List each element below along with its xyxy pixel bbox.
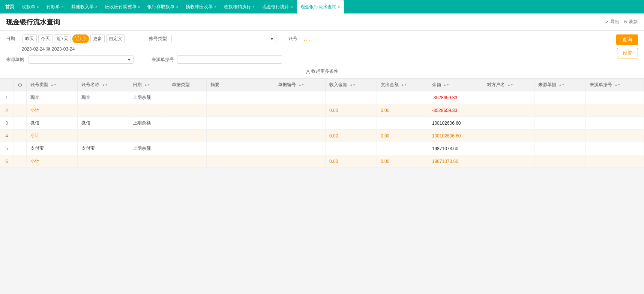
cell-source-doc (534, 104, 586, 117)
th-account-type[interactable]: 账号类型 ▲▼ (26, 79, 78, 91)
th-balance[interactable]: 余额 ▲▼ (428, 79, 483, 91)
cell-idx: 5 (0, 142, 14, 155)
cell-gear (14, 142, 26, 155)
nav-tab-other-income[interactable]: 其他收入单× (68, 0, 101, 13)
table-row: 3微信微信上期余额100102606.60 (0, 117, 644, 130)
sort-account-type-icon: ▲▼ (51, 84, 57, 87)
cell-expense (377, 117, 428, 130)
nav-tab-payment[interactable]: 付款单× (43, 0, 68, 13)
sort-counterpart-icon: ▲▼ (507, 84, 513, 87)
cell-doc-type (168, 91, 207, 104)
column-settings-icon[interactable]: ⚙ (18, 82, 23, 88)
th-doc-no[interactable]: 单据编号 ▲▼ (274, 79, 326, 91)
cell-doc-type (168, 117, 207, 130)
date-btn-1month[interactable]: 近1月 (72, 34, 89, 43)
cell-idx: 1 (0, 91, 14, 104)
date-btn-more[interactable]: 更多 (90, 34, 105, 43)
nav-tab-ar-ap-adjust[interactable]: 应收应付调整单× (101, 0, 144, 13)
th-gear[interactable]: ⚙ (14, 79, 26, 91)
cell-balance: 100102606.60 (428, 130, 483, 142)
cell-summary (207, 130, 274, 142)
cell-source-doc (534, 130, 586, 142)
cell-account-name (78, 130, 129, 142)
export-button[interactable]: ↗ 导出 (605, 19, 619, 25)
cell-doc-no (274, 91, 326, 104)
nav-tab-write-off[interactable]: 收款核销执行× (220, 0, 258, 13)
nav-tab-cash-flow[interactable]: 现金银行流水查询× (297, 0, 344, 13)
cell-doc-no (274, 142, 326, 155)
nav-tab-cash-stat[interactable]: 现金银行统计× (258, 0, 297, 13)
th-account-name[interactable]: 账号名称 ▲▼ (78, 79, 129, 91)
date-shortcuts: 昨天 今天 近7天 近1月 更多 自定义 (23, 34, 125, 43)
th-source-doc-no[interactable]: 来源单据号 ▲▼ (586, 79, 644, 91)
cell-source-doc-no (586, 155, 644, 168)
close-tab-payment-icon[interactable]: × (62, 5, 64, 9)
close-tab-receipt-icon[interactable]: × (37, 5, 39, 9)
table-row: 2小计0.000.00-3528659.33 (0, 104, 644, 117)
page-title: 现金银行流水查询 (6, 18, 60, 27)
close-tab-prepay-icon[interactable]: × (214, 5, 216, 9)
cell-expense: 0.00 (377, 130, 428, 142)
close-tab-ar-ap-adjust-icon[interactable]: × (138, 5, 140, 9)
nav-tab-home[interactable]: 首页 (2, 0, 18, 13)
th-expense[interactable]: 支出金额 ▲▼ (377, 79, 428, 91)
date-range-display: 2023-02-24 至 2023-03-24 (22, 46, 75, 52)
close-tab-write-off-icon[interactable]: × (252, 5, 255, 9)
sort-income-icon: ▲▼ (350, 84, 356, 87)
cell-doc-no (274, 155, 326, 168)
nav-tab-prepay[interactable]: 预收冲应收单× (182, 0, 220, 13)
cell-idx: 2 (0, 104, 14, 117)
cell-income: 0.00 (326, 104, 377, 117)
th-income[interactable]: 收入金额 ▲▼ (326, 79, 377, 91)
cell-doc-type (168, 130, 207, 142)
account-type-select[interactable]: ▾ (171, 35, 276, 43)
source-doc-select[interactable]: ▾ (29, 55, 134, 64)
cell-income: 0.00 (326, 155, 377, 168)
cell-summary (207, 155, 274, 168)
nav-tab-bank-deposit[interactable]: 银行存取款单× (144, 0, 182, 13)
date-btn-today[interactable]: 今天 (38, 34, 53, 43)
cell-balance: 19871073.60 (428, 142, 483, 155)
sort-balance-icon: ▲▼ (443, 84, 449, 87)
top-nav: 首页收款单×付款单×其他收入单×应收应付调整单×银行存取款单×预收冲应收单×收款… (0, 0, 644, 13)
settings-button[interactable]: 设置 (617, 48, 638, 58)
th-summary: 摘要 (207, 79, 274, 91)
th-counterpart[interactable]: 对方户名 ▲▼ (483, 79, 534, 91)
source-doc-no-input[interactable] (177, 55, 282, 64)
filter-right-actions: 查询 设置 (616, 34, 638, 58)
cell-gear (14, 117, 26, 130)
th-source-doc[interactable]: 来源单据 ▲▼ (534, 79, 586, 91)
cell-date (129, 130, 168, 142)
cell-source-doc-no (586, 91, 644, 104)
cell-account-type: 小计 (26, 130, 78, 142)
account-more-button[interactable]: ... (300, 36, 314, 42)
date-btn-custom[interactable]: 自定义 (106, 34, 125, 43)
cell-source-doc (534, 142, 586, 155)
cell-summary (207, 117, 274, 130)
date-btn-7days[interactable]: 近7天 (54, 34, 71, 43)
table-row: 4小计0.000.00100102606.60 (0, 130, 644, 142)
query-button[interactable]: 查询 (616, 34, 638, 45)
cell-account-name (78, 155, 129, 168)
collapse-icon: ⋀ (306, 69, 310, 74)
cell-balance: 19871073.60 (428, 155, 483, 168)
th-date[interactable]: 日期 ▲▼ (129, 79, 168, 91)
nav-tab-receipt[interactable]: 收款单× (18, 0, 43, 13)
close-tab-cash-flow-icon[interactable]: × (338, 5, 340, 9)
close-tab-other-income-icon[interactable]: × (95, 5, 98, 9)
close-tab-bank-deposit-icon[interactable]: × (176, 5, 178, 9)
sort-source-doc-no-icon: ▲▼ (614, 84, 620, 87)
cell-counterpart (483, 104, 534, 117)
collapse-button[interactable]: ⋀ 收起更多条件 (306, 68, 338, 75)
cell-balance: -3528659.33 (428, 104, 483, 117)
cell-income: 0.00 (326, 130, 377, 142)
cell-expense (377, 142, 428, 155)
cell-summary (207, 91, 274, 104)
cell-account-type: 小计 (26, 104, 78, 117)
close-tab-cash-stat-icon[interactable]: × (291, 5, 293, 9)
table-header-row: ⚙ 账号类型 ▲▼ 账号名称 ▲▼ 日期 ▲▼ 单据类型 摘要 单据编号 (0, 79, 644, 91)
cell-date (129, 104, 168, 117)
sort-source-doc-icon: ▲▼ (559, 84, 565, 87)
refresh-button[interactable]: ↻ 刷新 (624, 19, 638, 25)
date-btn-yesterday[interactable]: 昨天 (23, 34, 37, 43)
